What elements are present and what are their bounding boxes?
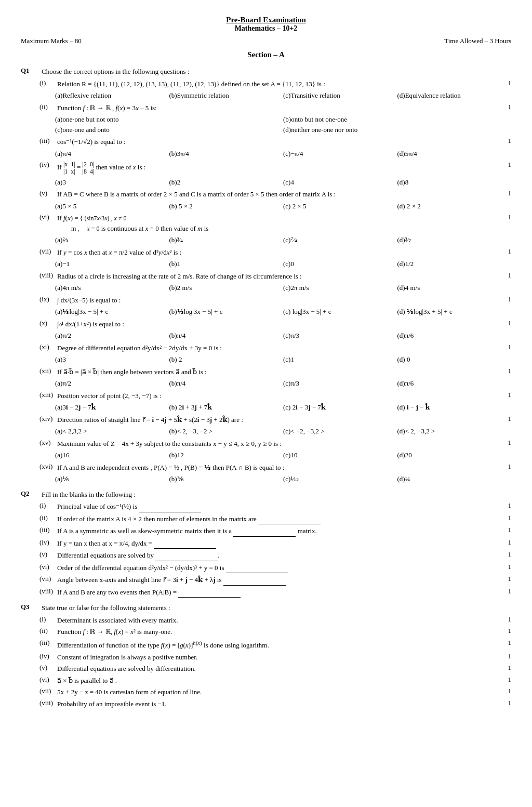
q1-viii-opt-a: (a)4π m/s [55, 283, 169, 293]
q1-viii-opt-d: (d)4 m/s [397, 283, 512, 293]
q3-ii-text: Function f : ℝ → ℝ, f(x) = x² is many-on… [57, 627, 500, 637]
q2-vi-text: Order of the differential equation d²y/d… [57, 563, 500, 574]
q3-iv-marks: 1 [502, 652, 511, 660]
q2-part-iii: (iii) If A is a symmetric as well as ske… [39, 526, 511, 537]
q1-part-xv: (xv) Maximum value of Z = 4x + 3y subjec… [39, 439, 511, 449]
q2-part-ii: (ii) If order of the matrix A is 4 × 2 t… [39, 514, 511, 525]
q1-ix-opt-a: (a)⅓log|3x − 5| + c [55, 307, 169, 317]
q2-i-blank [139, 501, 201, 512]
q3-vii-num: (vii) [39, 687, 55, 695]
q2-v-marks: 1 [502, 550, 511, 559]
q1-xvi-opt-d: (d)¼ [397, 474, 512, 484]
q3-part-ii: (ii) Function f : ℝ → ℝ, f(x) = x² is ma… [39, 627, 511, 637]
q1-vii-marks: 1 [502, 247, 511, 256]
q3-vi-marks: 1 [502, 676, 511, 684]
q1-i-text: Relation R = {(11, 11), (12, 12), (13, 1… [57, 79, 500, 89]
q2-part-vii: (vii) Angle between x-axis and straight … [39, 575, 511, 586]
q1-xiv-opt-b: (b)< 2, −3, −2 > [169, 426, 284, 436]
q3-iii-text: Differentiation of function of the type … [57, 639, 500, 651]
q1-vi-marks: 1 [502, 213, 511, 221]
q1-xv-marks: 1 [502, 439, 511, 447]
q1-iv-opt-a: (a)3 [55, 177, 169, 188]
q1-xii-opt-b: (b)π/4 [169, 378, 284, 389]
q3-vi-num: (vi) [39, 676, 55, 684]
q1-x-marks: 1 [502, 319, 511, 327]
q1-vii-opt-b: (b)1 [169, 259, 284, 269]
q1-i-opt-a: (a)Reflexive relation [55, 90, 169, 101]
q1-xii-marks: 1 [502, 367, 511, 375]
q2-iv-blank [154, 538, 216, 549]
q1-part-xiv: (xiv) Direction ratios of straight line … [39, 415, 511, 425]
q3-i-num: (i) [39, 615, 55, 624]
q1-xi-options: (a)3 (b) 2 (c)1 (d) 0 [55, 354, 511, 365]
q2-vii-num: (vii) [39, 575, 55, 583]
q1-part-iv: (iv) If |x 1||1 x| = |2 0||8 4| then val… [39, 161, 511, 176]
q1-part-xiii: (xiii) Position vector of point (2, −3, … [39, 391, 511, 401]
q1-part-viii: (viii) Radius of a circle is increasing … [39, 271, 511, 282]
meta-row: Maximum Marks – 80 Time Allowed – 3 Hour… [21, 37, 511, 45]
q1-vii-opt-a: (a)−1 [55, 259, 169, 269]
q1-iii-options: (a)π/4 (b)3π/4 (c)−π/4 (d)5π/4 [55, 149, 511, 159]
q1-xiv-opt-c: (c)< −2, −3,2 > [283, 426, 397, 436]
q1-part-xvi: (xvi) If A and B are independent events … [39, 462, 511, 473]
q1-xiii-opt-c: (c) 2i − 3j − 7k̂ [283, 402, 397, 413]
q2-viii-marks: 1 [502, 587, 511, 596]
q1-ii-options: (a)one-one but not onto (b)onto but not … [55, 114, 511, 135]
q1-iv-num: (iv) [39, 161, 55, 169]
q2-vii-text: Angle between x-axis and straight line r… [57, 575, 500, 586]
q1-viii-text: Radius of a circle is increasing at the … [57, 271, 500, 282]
q1-ix-opt-b: (b)⅓log|3x − 5| + c [169, 307, 284, 317]
q1-xv-options: (a)16 (b)12 (c)10 (d)20 [55, 450, 511, 460]
q2-header-row: Q2 Fill in the blanks in the following : [21, 490, 511, 500]
exam-subtitle: Mathematics – 10+2 [21, 24, 511, 33]
question-1: Q1 Choose the correct options in the fol… [21, 67, 511, 484]
q3-part-vii: (vii) 5x + 2y − z = 40 is cartesian form… [39, 687, 511, 697]
q1-vii-options: (a)−1 (b)1 (c)0 (d)1/2 [55, 259, 511, 269]
q1-ix-marks: 1 [502, 295, 511, 303]
q1-x-opt-d: (d)π/6 [397, 330, 512, 341]
q1-xvi-opt-b: (b)⅚ [169, 474, 284, 484]
q1-part-iii: (iii) cos⁻¹(−1/√2) is equal to : 1 [39, 137, 511, 147]
q1-xv-num: (xv) [39, 439, 55, 447]
q1-xi-opt-d: (d) 0 [397, 354, 512, 365]
q1-xv-opt-c: (c)10 [283, 450, 397, 460]
q1-vii-num: (vii) [39, 247, 55, 256]
q1-x-num: (x) [39, 319, 55, 327]
q1-xiii-opt-d: (d) i − j − k̂ [397, 402, 512, 413]
q3-iii-marks: 1 [502, 639, 511, 647]
q1-part-ii: (ii) Function f : ℝ → ℝ , f(x) = 3x – 5 … [39, 103, 511, 113]
q2-iv-marks: 1 [502, 538, 511, 547]
q1-v-opt-b: (b) 5 × 2 [169, 201, 284, 211]
q2-i-num: (i) [39, 501, 55, 510]
q1-vii-opt-d: (d)1/2 [397, 259, 512, 269]
q1-viii-options: (a)4π m/s (b)2 m/s (c)2π m/s (d)4 m/s [55, 283, 511, 293]
q1-ix-text: ∫ dx/(3x−5) is equal to : [57, 295, 500, 306]
q1-x-opt-c: (c)π/3 [283, 330, 397, 341]
q1-i-opt-c: (c)Transitive relation [283, 90, 397, 101]
q3-number: Q3 [21, 603, 39, 611]
q1-ii-opt-d: (d)neither one-one nor onto [283, 125, 511, 135]
q1-xv-opt-d: (d)20 [397, 450, 512, 460]
q1-ii-opt-a: (a)one-one but not onto [55, 114, 283, 125]
q1-xiii-opt-b: (b) 2i + 3j + 7k̂ [169, 402, 284, 413]
q1-xvi-marks: 1 [502, 462, 511, 471]
q2-viii-num: (viii) [39, 587, 55, 596]
q2-part-v: (v) Differential equations are solved by… [39, 550, 511, 561]
q2-vi-num: (vi) [39, 563, 55, 571]
q1-iv-options: (a)3 (b)2 (c)4 (d)8 [55, 177, 511, 188]
q1-xiv-num: (xiv) [39, 415, 55, 423]
q1-xiv-text: Direction ratios of straight line r⃗ = i… [57, 415, 500, 425]
q1-iii-opt-c: (c)−π/4 [283, 149, 397, 159]
q1-ii-opts-row2: (c)one-one and onto (d)neither one-one n… [55, 125, 511, 135]
q1-xi-opt-b: (b) 2 [169, 354, 284, 365]
q2-v-num: (v) [39, 550, 55, 559]
q3-v-num: (v) [39, 664, 55, 672]
q1-ix-opt-d: (d) ⅓log|3x + 5| + c [397, 307, 512, 317]
q1-v-options: (a)5 × 5 (b) 5 × 2 (c) 2 × 5 (d) 2 × 2 [55, 201, 511, 211]
q1-ix-num: (ix) [39, 295, 55, 303]
q2-part-iv: (iv) If y = tan x then at x = π/4, dy/dx… [39, 538, 511, 549]
q3-v-marks: 1 [502, 664, 511, 672]
q1-viii-opt-c: (c)2π m/s [283, 283, 397, 293]
q1-xiii-marks: 1 [502, 391, 511, 399]
q2-part-viii: (viii) If A and B are any two events the… [39, 587, 511, 598]
